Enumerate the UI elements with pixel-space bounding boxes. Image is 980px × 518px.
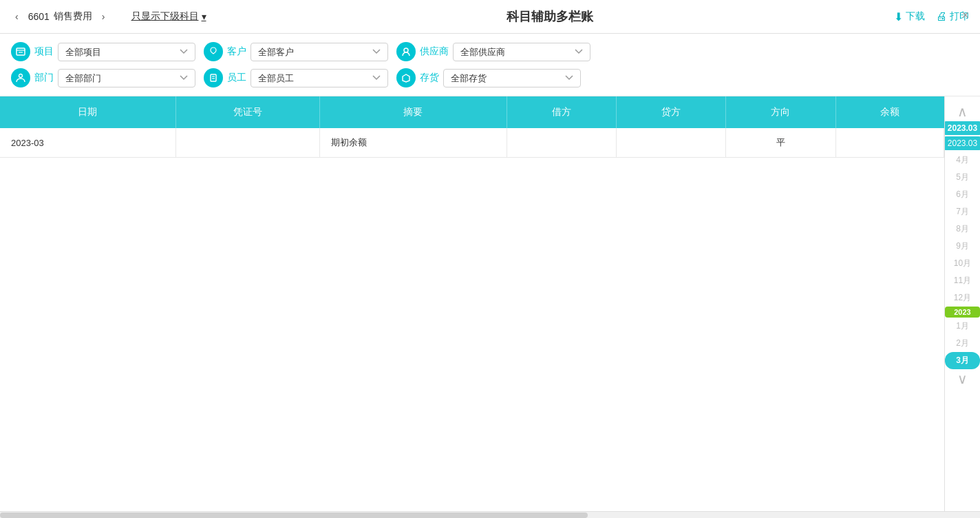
bottom-scrollbar[interactable] — [0, 511, 980, 518]
customer-label: 客户 — [227, 45, 246, 58]
col-date: 日期 — [0, 96, 175, 128]
timeline-month-6[interactable]: 6月 — [945, 186, 980, 203]
scrollbar-thumb — [0, 512, 588, 518]
download-button[interactable]: ⬇ 下载 — [894, 10, 925, 23]
dept-icon — [11, 68, 30, 87]
timeline-down-button[interactable]: ∨ — [955, 369, 970, 388]
inventory-filter-item: 存货 全部存货 — [396, 68, 581, 87]
download-label: 下载 — [906, 10, 925, 23]
col-direction: 方向 — [726, 96, 835, 128]
inventory-icon — [396, 68, 416, 87]
project-filter-item: 项目 全部项目 — [11, 42, 195, 61]
employee-select[interactable]: 全部员工 — [251, 69, 388, 87]
cell-summary: 期初余额 — [319, 128, 507, 158]
svg-rect-0 — [17, 48, 25, 55]
timeline-month-1[interactable]: 1月 — [945, 318, 980, 335]
supplier-icon — [396, 42, 416, 61]
show-sub-button[interactable]: 只显示下级科目 ▾ — [131, 10, 206, 23]
dept-filter-item: 部门 全部部门 — [11, 68, 195, 87]
customer-filter-item: 客户 全部客户 — [204, 42, 388, 61]
content-area: ‹ 6601 销售费用 › 只显示下级科目 ▾ 科目辅助多栏账 ⬇ 下载 🖨 打… — [0, 0, 980, 518]
cell-balance — [835, 128, 944, 158]
cell-direction: 平 — [726, 128, 835, 158]
svg-rect-5 — [211, 74, 216, 81]
table-row: 2023-03 期初余额 平 — [0, 128, 944, 158]
project-select[interactable]: 全部项目 — [58, 43, 195, 61]
employee-label: 员工 — [227, 72, 246, 84]
account-code-box: 6601 销售费用 — [28, 10, 92, 23]
col-summary: 摘要 — [319, 96, 507, 128]
top-bar: ‹ 6601 销售费用 › 只显示下级科目 ▾ 科目辅助多栏账 ⬇ 下载 🖨 打… — [0, 0, 980, 34]
timeline-year-2023[interactable]: 2023 — [945, 307, 980, 318]
main-container: ‹ 6601 销售费用 › 只显示下级科目 ▾ 科目辅助多栏账 ⬇ 下载 🖨 打… — [0, 0, 980, 518]
svg-point-3 — [404, 48, 408, 52]
col-balance: 余额 — [835, 96, 944, 128]
account-name: 销售费用 — [54, 10, 92, 23]
customer-select[interactable]: 全部客户 — [251, 43, 388, 61]
prev-account-button[interactable]: ‹ — [11, 10, 23, 23]
timeline-month-11[interactable]: 11月 — [945, 272, 980, 289]
supplier-label: 供应商 — [420, 45, 449, 58]
action-btns: ⬇ 下载 🖨 打印 — [894, 10, 969, 23]
dept-select[interactable]: 全部部门 — [58, 69, 195, 87]
page-title: 科目辅助多栏账 — [212, 8, 889, 25]
employee-icon — [204, 68, 223, 87]
dept-label: 部门 — [34, 72, 54, 84]
timeline-month-9[interactable]: 9月 — [945, 238, 980, 255]
project-label: 项目 — [34, 45, 54, 58]
filter-area: 项目 全部项目 客户 全部客户 — [0, 34, 980, 96]
customer-icon — [204, 42, 223, 61]
timeline-up-button[interactable]: ∧ — [955, 102, 970, 121]
close-button[interactable]: × — [961, 8, 969, 23]
project-icon — [11, 42, 30, 61]
chevron-down-icon: ▾ — [202, 11, 206, 22]
cell-voucher — [175, 128, 319, 158]
timeline-month-5[interactable]: 5月 — [945, 169, 980, 186]
timeline-month-2[interactable]: 2月 — [945, 335, 980, 352]
timeline-month-3-active[interactable]: 3月 — [945, 352, 980, 369]
supplier-filter-item: 供应商 全部供应商 — [396, 42, 590, 61]
timeline-month-10[interactable]: 10月 — [945, 255, 980, 272]
svg-point-4 — [19, 74, 23, 78]
supplier-select[interactable]: 全部供应商 — [453, 43, 590, 61]
inventory-label: 存货 — [420, 72, 439, 84]
employee-filter-item: 员工 全部员工 — [204, 68, 388, 87]
cell-debit — [507, 128, 617, 158]
main-content: 日期 凭证号 摘要 借方 贷方 方向 余额 2023-03 — [0, 96, 980, 511]
timeline-month-7[interactable]: 7月 — [945, 203, 980, 220]
timeline-selected-2[interactable]: 2023.03 — [944, 136, 980, 150]
cell-credit — [617, 128, 726, 158]
filter-row-2: 部门 全部部门 员工 全部 — [11, 68, 969, 87]
filter-row-1: 项目 全部项目 客户 全部客户 — [11, 42, 969, 61]
col-voucher: 凭证号 — [175, 96, 319, 128]
table-area[interactable]: 日期 凭证号 摘要 借方 贷方 方向 余额 2023-03 — [0, 96, 980, 511]
col-debit: 借方 — [507, 96, 617, 128]
data-table: 日期 凭证号 摘要 借方 贷方 方向 余额 2023-03 — [0, 96, 944, 158]
show-sub-label: 只显示下级科目 — [131, 10, 199, 23]
next-account-button[interactable]: › — [98, 10, 109, 23]
side-timeline: ∧ 2023.03 2023.03 4月 5月 6月 7月 8月 9月 10月 … — [944, 96, 980, 511]
timeline-month-8[interactable]: 8月 — [945, 220, 980, 238]
account-code: 6601 — [28, 11, 50, 22]
cell-date: 2023-03 — [0, 128, 175, 158]
timeline-selected-1[interactable]: 2023.03 — [944, 121, 980, 135]
inventory-select[interactable]: 全部存货 — [443, 69, 581, 87]
timeline-month-4[interactable]: 4月 — [945, 152, 980, 169]
col-credit: 贷方 — [617, 96, 726, 128]
table-header-row: 日期 凭证号 摘要 借方 贷方 方向 余额 — [0, 96, 944, 128]
download-icon: ⬇ — [894, 10, 903, 23]
print-icon: 🖨 — [936, 10, 947, 23]
timeline-month-12[interactable]: 12月 — [945, 289, 980, 307]
